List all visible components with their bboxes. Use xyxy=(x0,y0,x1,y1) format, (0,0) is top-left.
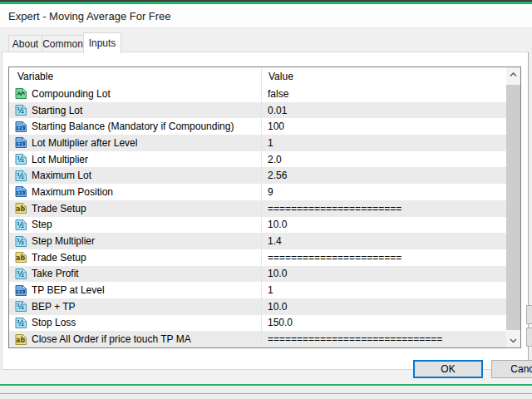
param-value[interactable]: 0.01 xyxy=(262,105,506,116)
table-row[interactable]: Compounding Lotfalse xyxy=(9,86,506,102)
below-dialog-background xyxy=(0,386,532,399)
svg-text:½: ½ xyxy=(17,221,23,229)
chevron-up-icon xyxy=(510,72,517,77)
table-row[interactable]: ½Lot Multiplier2.0 xyxy=(9,151,506,168)
param-value[interactable]: ======================= xyxy=(262,203,506,214)
svg-text:½: ½ xyxy=(17,155,23,164)
param-name: Maximum Position xyxy=(32,186,113,198)
svg-text:123: 123 xyxy=(16,125,26,130)
table-row[interactable]: ½Maximum Lot2.56 xyxy=(9,167,506,184)
param-value[interactable]: false xyxy=(262,88,506,100)
svg-text:ab: ab xyxy=(16,337,25,344)
cutoff-button-upper[interactable] xyxy=(526,305,532,324)
svg-text:½: ½ xyxy=(17,172,23,180)
param-name: Close All Order if price touch TP MA xyxy=(32,333,191,345)
inputs-parameter-table: Variable Value Compounding Lotfalse½Star… xyxy=(8,66,521,348)
tab-inputs[interactable]: Inputs xyxy=(83,32,121,53)
param-name: Stop Loss xyxy=(32,317,76,328)
table-row[interactable]: 123Maximum Position9 xyxy=(9,184,506,200)
svg-text:½: ½ xyxy=(17,303,23,312)
param-name: TP BEP at Level xyxy=(32,284,105,296)
double-icon: ½ xyxy=(15,219,27,230)
int-icon: 123 xyxy=(15,186,27,197)
param-value[interactable]: 10.0 xyxy=(262,219,506,230)
param-value[interactable]: ======================= xyxy=(262,252,506,264)
svg-text:½: ½ xyxy=(17,319,23,328)
table-row[interactable]: ½Starting Lot0.01 xyxy=(9,102,506,119)
double-icon: ½ xyxy=(15,268,27,279)
bool-icon xyxy=(15,88,27,99)
param-value[interactable]: 1 xyxy=(262,284,506,296)
table-row[interactable]: abClose All Order if price touch TP MA==… xyxy=(9,331,506,347)
svg-text:123: 123 xyxy=(16,288,26,293)
double-icon: ½ xyxy=(15,236,27,247)
param-value[interactable]: ============================== xyxy=(262,333,506,345)
param-name: Starting Balance (Mandatory if Compoundi… xyxy=(32,121,234,132)
double-icon: ½ xyxy=(15,170,27,181)
svg-text:½: ½ xyxy=(17,106,23,115)
table-row[interactable]: 123Starting Balance (Mandatory if Compou… xyxy=(9,118,506,135)
double-icon: ½ xyxy=(15,154,27,165)
vertical-scrollbar[interactable] xyxy=(506,67,520,347)
param-value[interactable]: 9 xyxy=(262,186,506,198)
int-icon: 123 xyxy=(15,285,27,296)
param-name: Trade Setup xyxy=(32,252,86,264)
param-name: BEP + TP xyxy=(32,301,76,313)
svg-text:123: 123 xyxy=(16,190,26,195)
param-value[interactable]: 1.4 xyxy=(262,235,506,247)
chevron-down-icon xyxy=(510,338,517,343)
table-row[interactable]: ½Step10.0 xyxy=(9,217,506,234)
table-row[interactable]: abTrade Setup======================= xyxy=(9,200,506,217)
param-name: Trade Setup xyxy=(32,203,86,214)
inputs-tab-page: Variable Value Compounding Lotfalse½Star… xyxy=(2,52,529,370)
table-row[interactable]: ½Stop Loss150.0 xyxy=(9,315,506,332)
column-divider[interactable] xyxy=(261,67,262,347)
param-value[interactable]: 1 xyxy=(262,137,506,149)
tab-about[interactable]: About xyxy=(8,35,42,52)
scrollbar-thumb[interactable] xyxy=(506,85,520,330)
int-icon: 123 xyxy=(15,137,27,148)
param-name: Starting Lot xyxy=(32,105,82,116)
param-value[interactable]: 100 xyxy=(262,121,506,132)
param-name: Lot Multiplier xyxy=(32,154,88,165)
column-header-variable: Variable xyxy=(9,71,262,82)
param-name: Lot Multiplier after Level xyxy=(32,137,137,149)
param-name: Compounding Lot xyxy=(32,88,111,100)
string-icon: ab xyxy=(15,334,27,345)
table-row[interactable]: abTrade Setup======================= xyxy=(9,249,506,266)
svg-text:ab: ab xyxy=(16,205,25,213)
param-value[interactable]: 10.0 xyxy=(262,301,506,313)
param-value[interactable]: 10.0 xyxy=(262,268,506,279)
table-row[interactable]: 123TP BEP at Level1 xyxy=(9,282,506,298)
scroll-up-button[interactable] xyxy=(506,67,520,81)
param-rows: Compounding Lotfalse½Starting Lot0.01123… xyxy=(9,86,506,347)
table-row[interactable]: ½BEP + TP10.0 xyxy=(9,298,506,315)
svg-text:ab: ab xyxy=(16,255,25,263)
tab-common[interactable]: Common xyxy=(42,35,84,52)
svg-text:123: 123 xyxy=(16,141,26,146)
svg-text:½: ½ xyxy=(17,270,23,278)
cutoff-button-lower[interactable] xyxy=(526,328,532,347)
cancel-button[interactable]: Cancel xyxy=(491,360,532,378)
param-value[interactable]: 150.0 xyxy=(262,317,506,328)
double-icon: ½ xyxy=(15,318,27,328)
table-row[interactable]: ½Step Multiplier1.4 xyxy=(9,233,506,249)
double-icon: ½ xyxy=(15,301,27,312)
param-name: Take Profit xyxy=(32,268,79,279)
param-value[interactable]: 2.56 xyxy=(262,170,506,181)
scroll-down-button[interactable] xyxy=(506,333,520,347)
ok-button[interactable]: OK xyxy=(413,360,483,378)
double-icon: ½ xyxy=(15,105,27,116)
param-name: Step xyxy=(32,219,52,230)
param-value[interactable]: 2.0 xyxy=(262,154,506,165)
table-row[interactable]: ½Take Profit10.0 xyxy=(9,266,506,283)
below-dialog-divider xyxy=(0,393,532,394)
int-icon: 123 xyxy=(15,121,27,132)
svg-text:½: ½ xyxy=(17,238,23,246)
table-header: Variable Value xyxy=(9,67,506,86)
dialog-title-bar: Expert - Moving Average For Free xyxy=(0,4,532,28)
param-name: Step Multiplier xyxy=(32,235,95,247)
string-icon: ab xyxy=(15,203,27,214)
column-header-value: Value xyxy=(262,71,506,82)
table-row[interactable]: 123Lot Multiplier after Level1 xyxy=(9,135,506,151)
